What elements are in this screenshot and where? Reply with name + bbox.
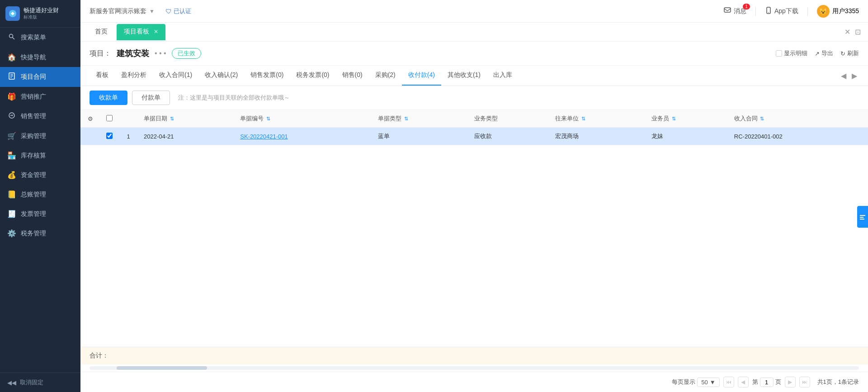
close-window-icon[interactable]: ✕ (844, 28, 850, 36)
sidebar-item-purchase[interactable]: 🛒 采购管理 (0, 126, 80, 146)
sub-tab-prev-icon[interactable]: ◀ (839, 70, 848, 82)
maximize-window-icon[interactable]: ⊡ (855, 28, 861, 36)
row-code-cell[interactable]: SK-20220421-001 (235, 128, 373, 145)
row-checkbox[interactable] (106, 133, 113, 139)
sub-tab-inout[interactable]: 出入库 (487, 66, 519, 86)
project-header: 项目： 建筑安装 • • • 已生效 显示明细 ↗ 导出 ↻ 刷新 (80, 42, 868, 66)
tab-home[interactable]: 首页 (88, 24, 115, 40)
show-detail-checkbox[interactable] (776, 50, 782, 57)
message-icon (723, 6, 731, 16)
app-download-button[interactable]: App下载 (765, 7, 798, 15)
salesman-col-header[interactable]: 业务员 ⇅ (646, 110, 729, 128)
unpin-button[interactable]: ◀◀ 取消固定 (0, 373, 80, 392)
row-date-cell: 2022-04-21 (138, 128, 235, 145)
sidebar-item-quicknav[interactable]: 🏠 快捷导航 (0, 48, 80, 67)
type-col-header[interactable]: 单据类型 ⇅ (373, 110, 469, 128)
svg-line-2 (13, 38, 14, 39)
sidebar-item-sales[interactable]: 销售管理 (0, 106, 80, 126)
payment-form-tab[interactable]: 付款单 (132, 91, 170, 105)
income-contract-col-header[interactable]: 收入合同 ⇅ (729, 110, 868, 128)
side-panel-toggle[interactable] (857, 206, 868, 228)
sidebar-item-tax[interactable]: ⚙️ 税务管理 (0, 224, 80, 243)
prev-page-button[interactable]: ◀ (738, 377, 749, 387)
svg-rect-13 (860, 219, 864, 220)
page-number-input[interactable] (760, 378, 774, 387)
header-divider (755, 7, 756, 16)
last-page-button[interactable]: ⏭ (799, 377, 810, 387)
sidebar-item-marketing[interactable]: 🎁 营销推广 (0, 87, 80, 106)
header-right: 消息 1 App下载 😺 用户3355 (723, 5, 859, 18)
sidebar-item-inventory[interactable]: 🏪 库存核算 (0, 146, 80, 165)
page-size-dropdown[interactable]: 50 ▼ (697, 378, 719, 387)
sidebar-item-search[interactable]: 搜索菜单 (0, 28, 80, 48)
purchase-icon: 🛒 (7, 132, 16, 140)
svg-rect-11 (860, 215, 865, 216)
unpin-icon: ◀◀ (7, 379, 16, 386)
sidebar: 畅捷通好业财 标准版 搜索菜单 🏠 快捷导航 项目合同 🎁 营销推广 (0, 0, 80, 392)
main-area: 新服务官网演示账套 ▼ 🛡 已认证 消息 1 App下载 (80, 0, 868, 392)
row-partner-cell: 宏茂商场 (550, 128, 646, 145)
select-all-checkbox[interactable] (106, 115, 113, 121)
sidebar-item-contracts[interactable]: 项目合同 (0, 67, 80, 87)
project-menu-icon[interactable]: • • • (155, 49, 166, 57)
sidebar-item-ledger[interactable]: 📒 总账管理 (0, 185, 80, 204)
table-wrapper: ⚙ 单据日期 ⇅ 单据编号 ⇅ (80, 110, 868, 347)
table-row[interactable]: 1 2022-04-21 SK-20220421-001 蓝单 (80, 128, 868, 145)
h-scrollbar-track (90, 366, 859, 370)
pagination: 每页显示 50 ▼ ⏮ ◀ 第 页 ▶ ⏭ 共1页，1条记录 (80, 372, 868, 392)
sidebar-item-finance[interactable]: 💰 资金管理 (0, 165, 80, 185)
export-icon: ↗ (815, 50, 820, 57)
logo-icon (5, 6, 20, 21)
tab-project-board[interactable]: 项目看板 ✕ (117, 24, 165, 40)
cert-badge: 🛡 已认证 (165, 7, 191, 15)
header-divider2 (807, 7, 808, 16)
tab-bar: 首页 项目看板 ✕ ✕ ⊡ (80, 23, 868, 42)
message-button[interactable]: 消息 1 (723, 6, 746, 16)
code-col-header[interactable]: 单据编号 ⇅ (235, 110, 373, 128)
user-info[interactable]: 😺 用户3355 (817, 5, 859, 18)
row-check-cell[interactable] (100, 128, 118, 145)
sub-tab-board[interactable]: 看板 (90, 66, 115, 86)
check-col-header (100, 110, 118, 128)
sub-tabs: 看板 盈利分析 收入合同(1) 收入确认(2) 销售发票(0) 税务发票(0) … (80, 66, 868, 86)
inventory-icon: 🏪 (7, 151, 16, 160)
shield-icon: 🛡 (165, 8, 172, 15)
sub-tab-next-icon[interactable]: ▶ (850, 70, 859, 82)
sub-tab-receipt[interactable]: 收付款(4) (402, 66, 441, 86)
biztype-col-header: 业务类型 (469, 110, 550, 128)
settings-col-header[interactable]: ⚙ (80, 110, 100, 128)
contract-icon (7, 72, 16, 81)
show-detail-btn[interactable]: 显示明细 (776, 49, 807, 57)
refresh-icon: ↻ (840, 50, 845, 57)
refresh-btn[interactable]: ↻ 刷新 (840, 49, 859, 57)
sub-tab-income-contract[interactable]: 收入合同(1) (153, 66, 198, 86)
tab-close-icon[interactable]: ✕ (154, 29, 158, 35)
sub-tab-profit[interactable]: 盈利分析 (115, 66, 153, 86)
sales-icon (7, 112, 16, 121)
svg-rect-8 (724, 8, 731, 12)
sidebar-item-invoice[interactable]: 🧾 发票管理 (0, 204, 80, 224)
next-page-button[interactable]: ▶ (785, 377, 796, 387)
sub-tab-income-confirm[interactable]: 收入确认(2) (198, 66, 244, 86)
sub-tab-sales-invoice[interactable]: 销售发票(0) (244, 66, 290, 86)
marketing-icon: 🎁 (7, 92, 16, 101)
receipt-form-tab[interactable]: 收款单 (90, 91, 127, 105)
sub-tab-sales[interactable]: 销售(0) (336, 66, 369, 86)
window-buttons: ✕ ⊡ (844, 28, 861, 36)
sub-tab-purchase[interactable]: 采购(2) (369, 66, 402, 86)
home-icon: 🏠 (7, 53, 16, 62)
partner-col-header[interactable]: 往来单位 ⇅ (550, 110, 646, 128)
page-info: 第 页 (752, 378, 781, 387)
h-scrollbar-thumb[interactable] (117, 366, 207, 370)
page-size-chevron-icon: ▼ (710, 379, 716, 386)
date-col-header[interactable]: 单据日期 ⇅ (138, 110, 235, 128)
partner-sort-icon: ⇅ (581, 116, 585, 121)
row-settings-cell (80, 128, 100, 145)
workspace-selector[interactable]: 新服务官网演示账套 ▼ (90, 7, 155, 15)
content-wrapper: 项目： 建筑安装 • • • 已生效 显示明细 ↗ 导出 ↻ 刷新 (80, 42, 868, 392)
svg-point-10 (768, 12, 769, 13)
sub-tab-other-expense[interactable]: 其他收支(1) (441, 66, 487, 86)
first-page-button[interactable]: ⏮ (723, 377, 734, 387)
export-btn[interactable]: ↗ 导出 (815, 49, 833, 57)
sub-tab-tax-invoice[interactable]: 税务发票(0) (290, 66, 335, 86)
